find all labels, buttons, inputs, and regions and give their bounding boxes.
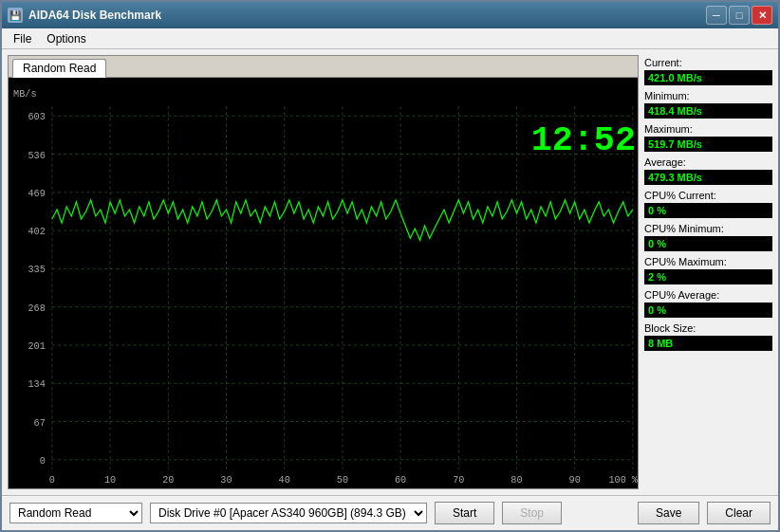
menu-bar: File Options (2, 28, 778, 49)
svg-text:50: 50 (337, 475, 348, 486)
current-label: Current: (644, 57, 772, 68)
stat-cpu-current: CPU% Current: 0 % (644, 190, 772, 218)
svg-text:90: 90 (569, 475, 581, 486)
tab-bar: Random Read (9, 56, 638, 78)
stat-maximum: Maximum: 519.7 MB/s (644, 123, 772, 152)
test-type-dropdown[interactable]: Random Read Random Write Sequential Read… (9, 503, 142, 523)
block-size-label: Block Size: (644, 322, 772, 334)
minimize-button[interactable]: ─ (706, 6, 727, 25)
svg-text:134: 134 (28, 379, 45, 390)
current-value: 421.0 MB/s (644, 70, 772, 85)
svg-text:201: 201 (28, 341, 45, 352)
save-button[interactable]: Save (638, 502, 699, 524)
svg-text:100 %: 100 % (608, 475, 638, 486)
svg-text:268: 268 (28, 303, 45, 314)
cpu-current-label: CPU% Current: (644, 190, 772, 201)
svg-text:536: 536 (28, 151, 45, 161)
cpu-average-value: 0 % (644, 303, 772, 318)
cpu-minimum-value: 0 % (644, 236, 772, 251)
app-icon: 💾 (8, 8, 23, 23)
block-size-value: 8 MB (644, 336, 772, 351)
main-content: Random Read (2, 49, 778, 495)
menu-options[interactable]: Options (39, 30, 93, 47)
stop-button[interactable]: Stop (502, 502, 562, 524)
chart-panel: Random Read (8, 55, 639, 489)
stat-minimum: Minimum: 418.4 MB/s (644, 90, 772, 119)
maximize-button[interactable]: □ (729, 6, 750, 25)
cpu-average-label: CPU% Average: (644, 289, 772, 301)
maximum-value: 519.7 MB/s (644, 137, 772, 152)
cpu-current-value: 0 % (644, 203, 772, 218)
bottom-controls: Random Read Random Write Sequential Read… (2, 495, 778, 530)
svg-text:60: 60 (395, 475, 406, 486)
stat-average: Average: 479.3 MB/s (644, 156, 772, 185)
stat-current: Current: 421.0 MB/s (644, 57, 772, 85)
minimum-label: Minimum: (644, 90, 772, 101)
svg-text:402: 402 (28, 227, 45, 237)
chart-svg: 603 536 469 402 335 268 201 134 67 0 MB/… (9, 78, 638, 488)
cpu-maximum-label: CPU% Maximum: (644, 256, 772, 267)
stat-cpu-minimum: CPU% Minimum: 0 % (644, 223, 772, 251)
chart-area: 603 536 469 402 335 268 201 134 67 0 MB/… (9, 78, 638, 488)
svg-text:0: 0 (49, 475, 55, 486)
average-value: 479.3 MB/s (644, 170, 772, 185)
stat-cpu-average: CPU% Average: 0 % (644, 289, 772, 318)
stat-block-size: Block Size: 8 MB (644, 322, 772, 351)
svg-text:MB/s: MB/s (13, 89, 36, 100)
menu-file[interactable]: File (6, 30, 39, 47)
svg-text:30: 30 (220, 475, 232, 486)
title-controls: ─ □ ✕ (706, 6, 772, 25)
svg-text:70: 70 (453, 475, 464, 486)
svg-text:469: 469 (28, 189, 45, 199)
minimum-value: 418.4 MB/s (644, 103, 772, 119)
svg-text:67: 67 (34, 418, 46, 429)
svg-text:20: 20 (162, 475, 174, 486)
svg-text:0: 0 (40, 456, 46, 467)
start-button[interactable]: Start (435, 502, 494, 524)
stats-panel: Current: 421.0 MB/s Minimum: 418.4 MB/s … (644, 55, 772, 489)
cpu-minimum-label: CPU% Minimum: (644, 223, 772, 234)
window-title: AIDA64 Disk Benchmark (28, 9, 161, 22)
title-bar: 💾 AIDA64 Disk Benchmark ─ □ ✕ (2, 2, 778, 28)
tab-random-read[interactable]: Random Read (12, 59, 106, 78)
svg-text:12:52: 12:52 (531, 121, 636, 160)
stat-cpu-maximum: CPU% Maximum: 2 % (644, 256, 772, 284)
maximum-label: Maximum: (644, 123, 772, 135)
svg-text:40: 40 (279, 475, 290, 486)
cpu-maximum-value: 2 % (644, 269, 772, 284)
title-bar-left: 💾 AIDA64 Disk Benchmark (8, 8, 161, 23)
main-window: 💾 AIDA64 Disk Benchmark ─ □ ✕ File Optio… (0, 0, 780, 532)
svg-text:80: 80 (511, 475, 522, 486)
disk-select-dropdown[interactable]: Disk Drive #0 [Apacer AS340 960GB] (894.… (150, 503, 427, 523)
svg-text:10: 10 (104, 475, 116, 486)
clear-button[interactable]: Clear (707, 502, 771, 524)
close-button[interactable]: ✕ (752, 6, 772, 25)
svg-text:603: 603 (28, 112, 45, 122)
svg-text:335: 335 (28, 265, 45, 275)
average-label: Average: (644, 156, 772, 168)
